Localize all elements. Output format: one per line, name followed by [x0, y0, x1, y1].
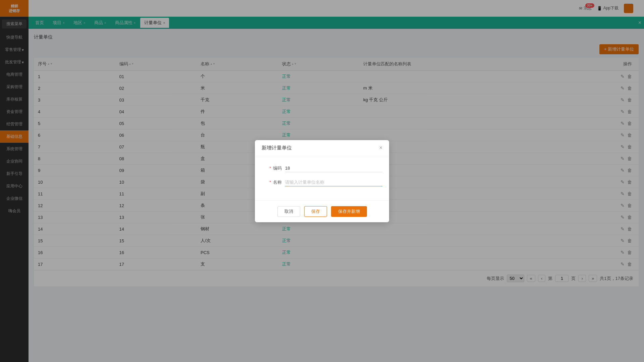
name-input[interactable] [285, 178, 382, 186]
name-required-mark: * [269, 180, 271, 185]
code-required-mark: * [269, 166, 271, 171]
modal-body: * 编码 * 名称 [255, 156, 389, 200]
code-field-row: * 编码 [262, 164, 382, 172]
save-and-new-button[interactable]: 保存并新增 [331, 206, 367, 217]
name-label: * 名称 [262, 179, 282, 185]
cancel-button[interactable]: 取消 [277, 206, 300, 217]
modal-close-button[interactable]: × [379, 145, 382, 151]
modal-title: 新增计量单位 [262, 145, 292, 151]
code-input[interactable] [285, 164, 382, 172]
code-label: * 编码 [262, 165, 282, 171]
add-unit-modal: 新增计量单位 × * 编码 * 名称 取消 保存 保存并新增 [255, 140, 389, 222]
name-field-row: * 名称 [262, 178, 382, 186]
save-button[interactable]: 保存 [304, 206, 327, 217]
modal-footer: 取消 保存 保存并新增 [255, 200, 389, 222]
modal-header: 新增计量单位 × [255, 140, 389, 156]
modal-overlay: 新增计量单位 × * 编码 * 名称 取消 保存 保存并新增 [0, 0, 644, 362]
